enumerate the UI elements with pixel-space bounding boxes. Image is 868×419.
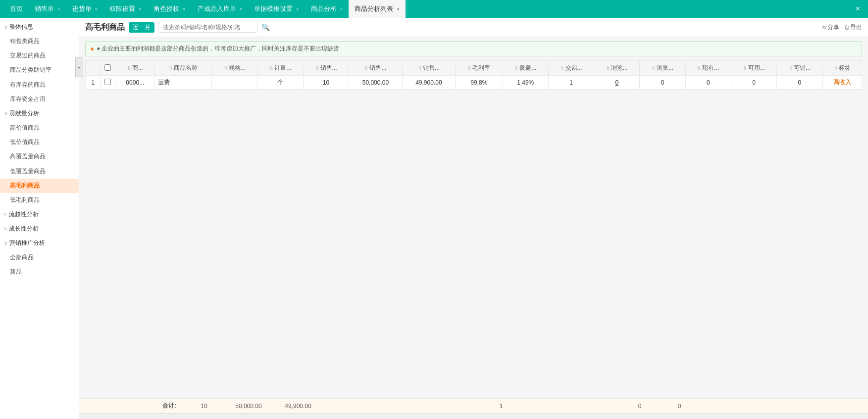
cell-sales_qty: 10 — [303, 76, 349, 90]
horizontal-scrollbar[interactable] — [79, 413, 868, 419]
sort-icon-name: ⇅ — [169, 66, 173, 71]
nav-item-进货单[interactable]: 进货单 × — [66, 0, 104, 18]
nav-close-icon[interactable]: × — [137, 6, 142, 12]
content-header: 高毛利商品 近一月 🔍 ⎋ 分享 ⎙ 导出 — [79, 18, 868, 37]
col-header-sales_amount[interactable]: ⇅销售... — [349, 61, 402, 76]
cell-gross_margin: 99.8% — [456, 76, 503, 90]
cell-tag: 高收入 — [822, 76, 862, 90]
nav-close-icon[interactable]: × — [94, 6, 98, 12]
col-header-sales_cost[interactable]: ⇅销售... — [402, 61, 455, 76]
nav-close-icon[interactable]: × — [295, 6, 299, 12]
table-row: 10000...运费个1050,000.0049,900.0099.8%1.49… — [86, 76, 862, 90]
footer-totals: 合计: 10 50,000.00 49,900.00 1 0 0 — [79, 398, 868, 413]
sidebar-item-销售类商品[interactable]: 销售类商品 — [0, 34, 79, 48]
nav-item-权限设置[interactable]: 权限设置 × — [103, 0, 148, 18]
col-header-checkbox[interactable] — [101, 61, 115, 76]
footer-spacer2 — [521, 403, 620, 410]
sidebar-section-整体信息[interactable]: ∨整体信息 — [0, 20, 79, 34]
footer-sales-cost: 49,900.00 — [273, 403, 323, 410]
sidebar-item-有库存的商品[interactable]: 有库存的商品 — [0, 78, 79, 92]
sidebar: ∨整体信息销售类商品交易过的商品商品分类助销率有库存的商品库存资金占用∨贡献量分… — [0, 18, 79, 419]
footer-label: 合计: — [85, 402, 184, 410]
col-header-views2[interactable]: ⇅浏览... — [640, 61, 685, 76]
chevron-down-icon: ∨ — [4, 111, 7, 116]
col-header-sales_qty[interactable]: ⇅销售... — [303, 61, 349, 76]
col-header-code[interactable]: ⇅商... — [115, 61, 155, 76]
sidebar-item-交易过的商品[interactable]: 交易过的商品 — [0, 48, 79, 63]
nav-item-产成品入库单[interactable]: 产成品入库单 × — [192, 0, 249, 18]
chevron-right-icon: > — [4, 226, 7, 232]
sidebar-item-库存资金占用[interactable]: 库存资金占用 — [0, 92, 79, 106]
footer-transactions: 1 — [481, 403, 521, 410]
data-table-wrapper: ⇅商...⇅商品名称⇅规格...⇅计量...⇅销售...⇅销售...⇅销售...… — [85, 60, 862, 398]
col-header-tag[interactable]: ⇅标签 — [822, 61, 862, 76]
nav-item-商品分析列表[interactable]: 商品分析列表 × — [349, 0, 406, 18]
col-header-transactions[interactable]: ⇅交易... — [548, 61, 594, 76]
export-icon: ⎙ — [845, 24, 849, 31]
sidebar-section-流趋性分析[interactable]: >流趋性分析 — [0, 207, 79, 222]
top-navigation: 首页销售单 ×进货单 ×权限设置 ×角色授权 ×产成品入库单 ×单据模板设置 ×… — [0, 0, 868, 18]
col-header-gross_margin[interactable]: ⇅毛利率 — [456, 61, 503, 76]
info-banner: ♦ ♦ 企业的主要的利润都是这部分商品创造的，可考虑加大推广，同时关注库存是不要… — [85, 41, 862, 56]
views-link[interactable]: 0 — [615, 79, 618, 86]
nav-close-icon[interactable]: × — [238, 6, 243, 12]
col-header-current_stock[interactable]: ⇅现有... — [685, 61, 731, 76]
sidebar-section-营销推广分析[interactable]: ∨营销推广分析 — [0, 236, 79, 250]
nav-close-icon[interactable]: × — [56, 6, 60, 12]
select-all-checkbox[interactable] — [104, 64, 111, 71]
col-header-available[interactable]: ⇅可用... — [731, 61, 777, 76]
nav-close-icon[interactable]: × — [181, 6, 186, 12]
sort-icon-coverage: ⇅ — [514, 66, 518, 71]
search-input[interactable] — [158, 22, 257, 33]
date-filter-button[interactable]: 近一月 — [129, 22, 154, 33]
sidebar-section-贡献量分析[interactable]: ∨贡献量分析 — [0, 106, 79, 121]
nav-item-单据模板设置[interactable]: 单据模板设置 × — [248, 0, 305, 18]
sort-icon-code: ⇅ — [127, 66, 131, 71]
sidebar-item-商品分类助销率[interactable]: 商品分类助销率 — [0, 63, 79, 77]
sidebar-item-高价值商品[interactable]: 高价值商品 — [0, 121, 79, 135]
cell-coverage: 1.49% — [503, 76, 548, 90]
nav-item-首页[interactable]: 首页 — [4, 0, 29, 18]
sort-icon-gross_margin: ⇅ — [467, 66, 471, 71]
col-header-spec[interactable]: ⇅规格... — [212, 61, 257, 76]
window-close-button[interactable]: × — [852, 4, 864, 13]
footer-current-stock: 0 — [620, 403, 660, 410]
row-checkbox[interactable] — [104, 79, 111, 85]
share-button[interactable]: ⎋ 分享 — [822, 23, 839, 32]
sidebar-item-全部商品[interactable]: 全部商品 — [0, 250, 79, 265]
sidebar-item-高覆盖量商品[interactable]: 高覆盖量商品 — [0, 149, 79, 164]
sort-icon-saleable: ⇅ — [789, 66, 793, 71]
sort-icon-current_stock: ⇅ — [697, 66, 701, 71]
nav-close-icon[interactable]: × — [395, 6, 400, 12]
col-header-index[interactable] — [86, 61, 101, 76]
page-title: 高毛利商品 — [85, 22, 125, 33]
col-header-unit[interactable]: ⇅计量... — [257, 61, 303, 76]
col-header-saleable[interactable]: ⇅可销... — [777, 61, 822, 76]
sort-icon-transactions: ⇅ — [561, 66, 564, 71]
sidebar-item-低价值商品[interactable]: 低价值商品 — [0, 135, 79, 149]
nav-item-销售单[interactable]: 销售单 × — [29, 0, 66, 18]
sidebar-collapse-button[interactable]: « — [75, 57, 83, 77]
export-button[interactable]: ⎙ 导出 — [845, 23, 862, 32]
cell-checkbox[interactable] — [101, 76, 115, 90]
sort-icon-views1: ⇅ — [606, 66, 610, 71]
sidebar-section-成长性分析[interactable]: >成长性分析 — [0, 222, 79, 236]
sidebar-item-高毛利商品[interactable]: 高毛利商品 — [0, 179, 79, 193]
search-button[interactable]: 🔍 — [261, 23, 270, 31]
sidebar-item-低毛利商品[interactable]: 低毛利商品 — [0, 193, 79, 207]
nav-item-商品分析[interactable]: 商品分析 × — [305, 0, 349, 18]
col-header-name[interactable]: ⇅商品名称 — [155, 61, 212, 76]
cell-name: 运费 — [155, 76, 212, 90]
sort-icon-sales_amount: ⇅ — [364, 66, 368, 71]
sidebar-item-新品[interactable]: 新品 — [0, 265, 79, 279]
sidebar-item-低覆盖量商品[interactable]: 低覆盖量商品 — [0, 164, 79, 179]
nav-close-icon[interactable]: × — [339, 6, 343, 12]
sort-icon-unit: ⇅ — [269, 66, 273, 71]
cell-transactions: 1 — [548, 76, 594, 90]
cell-views2: 0 — [640, 76, 685, 90]
footer-available: 0 — [660, 403, 699, 410]
nav-item-角色授权[interactable]: 角色授权 × — [148, 0, 192, 18]
col-header-views1[interactable]: ⇅浏览... — [594, 61, 640, 76]
col-header-coverage[interactable]: ⇅覆盖... — [503, 61, 548, 76]
chevron-right-icon: > — [4, 212, 7, 217]
